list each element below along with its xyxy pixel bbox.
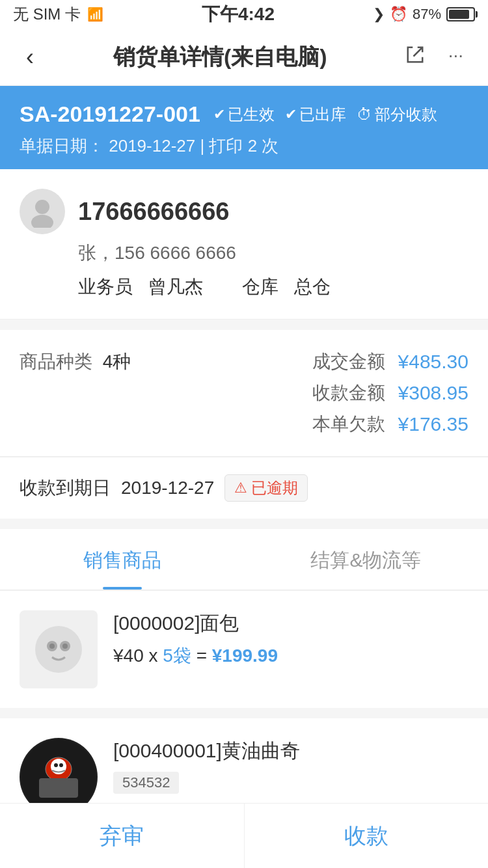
collect-button[interactable]: 收款 xyxy=(245,804,489,868)
deal-amount-row: 成交金额 ¥485.30 xyxy=(312,349,468,374)
product-name-1: [0000002]面包 xyxy=(113,610,468,637)
product-info-1: [0000002]面包 ¥40 x 5袋 = ¥199.99 xyxy=(113,610,468,668)
order-id: SA-20191227-001 xyxy=(20,102,200,127)
svg-point-6 xyxy=(62,644,68,649)
nav-actions: ··· xyxy=(400,40,468,74)
customer-name: 张，156 6666 6666 xyxy=(20,241,468,265)
status-effective: ✔ 已生效 xyxy=(213,104,275,125)
reject-button[interactable]: 弃审 xyxy=(0,804,245,868)
page-title: 销货单详情(来自电脑) xyxy=(113,42,327,72)
status-shipped: ✔ 已出库 xyxy=(285,104,346,125)
product-thumbnail-1 xyxy=(20,610,98,688)
collect-amount-row: 收款金额 ¥308.95 xyxy=(312,381,468,405)
overdue-icon: ⚠ xyxy=(234,480,247,496)
svg-point-0 xyxy=(35,200,49,214)
debt-amount-row: 本单欠款 ¥176.35 xyxy=(312,412,468,437)
share-button[interactable] xyxy=(400,40,430,74)
svg-rect-13 xyxy=(39,778,78,798)
due-date-label: 收款到期日 xyxy=(20,476,111,500)
tabs-row: 销售商品 结算&物流等 xyxy=(0,529,488,590)
customer-meta: 业务员 曾凡杰 仓库 总仓 xyxy=(20,275,468,299)
salesman-field: 业务员 曾凡杰 xyxy=(78,275,203,299)
overdue-badge: ⚠ 已逾期 xyxy=(224,474,308,502)
tab-products[interactable]: 销售商品 xyxy=(0,529,244,590)
svg-point-1 xyxy=(31,215,53,228)
summary-section: 商品种类 4种 成交金额 ¥485.30 收款金额 ¥308.95 本单欠款 ¥… xyxy=(0,330,488,457)
status-bar: 无 SIM 卡 📶 下午4:42 ❯ ⏰ 87% xyxy=(0,0,488,29)
product-sku-2: 534532 xyxy=(113,772,179,794)
nav-bar: ‹ 销货单详情(来自电脑) ··· xyxy=(0,29,488,86)
battery-percent: 87% xyxy=(413,6,441,23)
warehouse-field: 仓库 总仓 xyxy=(242,275,331,299)
back-button[interactable]: ‹ xyxy=(20,37,40,77)
status-left: 无 SIM 卡 📶 xyxy=(13,4,103,25)
status-right: ❯ ⏰ 87% xyxy=(373,6,475,23)
header-meta: 单据日期： 2019-12-27 | 打印 2 次 xyxy=(20,135,468,157)
customer-id: 17666666666 xyxy=(78,198,229,226)
more-button[interactable]: ··· xyxy=(443,40,468,74)
due-date-value: 2019-12-27 xyxy=(121,478,214,498)
amount-fields: 成交金额 ¥485.30 收款金额 ¥308.95 本单欠款 ¥176.35 xyxy=(312,349,468,437)
bottom-bar: 弃审 收款 xyxy=(0,803,488,868)
header-banner: SA-20191227-001 ✔ 已生效 ✔ 已出库 ⏱ 部分收款 单据日期：… xyxy=(0,86,488,169)
customer-section: 17666666666 张，156 6666 6666 业务员 曾凡杰 仓库 总… xyxy=(0,169,488,319)
alarm-icon: ⏰ xyxy=(390,6,407,23)
product-name-2: [000400001]黄油曲奇 xyxy=(113,738,468,765)
svg-point-5 xyxy=(49,644,55,649)
svg-point-2 xyxy=(35,626,82,673)
status-time: 下午4:42 xyxy=(202,2,275,27)
list-item: [0000002]面包 ¥40 x 5袋 = ¥199.99 xyxy=(0,591,488,708)
due-date-section: 收款到期日 2019-12-27 ⚠ 已逾期 xyxy=(0,457,488,519)
status-tags: ✔ 已生效 ✔ 已出库 ⏱ 部分收款 xyxy=(213,104,437,125)
svg-point-12 xyxy=(59,763,63,767)
tabs-section: 销售商品 结算&物流等 xyxy=(0,529,488,591)
wifi-icon: 📶 xyxy=(87,7,103,22)
avatar xyxy=(20,189,65,234)
product-price-1: ¥40 x 5袋 = ¥199.99 xyxy=(113,644,468,668)
battery-icon xyxy=(446,7,475,21)
tab-settlement[interactable]: 结算&物流等 xyxy=(244,529,488,590)
svg-point-11 xyxy=(54,763,58,767)
product-type-field: 商品种类 4种 xyxy=(20,349,131,437)
carrier-label: 无 SIM 卡 xyxy=(13,4,81,25)
status-partial: ⏱ 部分收款 xyxy=(357,104,437,125)
location-icon: ❯ xyxy=(373,6,385,23)
